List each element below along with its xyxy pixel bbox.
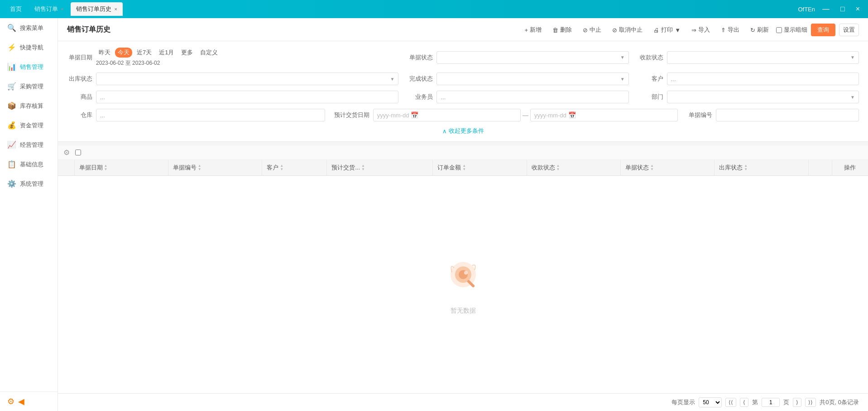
customer-dots: ... [671,76,676,82]
th-stock-status[interactable]: 出库状态 ▲▼ [715,160,808,176]
date-btn-1month[interactable]: 近1月 [156,48,177,58]
select-all-checkbox[interactable] [75,150,81,155]
print-button[interactable]: 🖨 打印 ▼ [650,24,684,36]
tab-sales-order-history[interactable]: 销售订单历史 × [71,2,122,16]
operation-mgmt-icon: 📈 [7,140,16,149]
empty-state-illustration [441,254,486,300]
th-checkbox [58,160,74,176]
delivery-date-from-input[interactable]: yyyy-mm-dd 📅 [373,109,521,121]
th-doc-status[interactable]: 单据状态 ▲▼ [620,160,714,176]
dept-label: 部门 [638,93,663,101]
sort-arrows-doc-date: ▲▼ [104,164,108,171]
export-button[interactable]: ⇑ 导出 [717,24,743,36]
close-window-button[interactable]: × [852,3,863,15]
cancel-stop-button[interactable]: ⊘ 取消中止 [609,24,646,36]
minimize-button[interactable]: — [819,3,833,15]
tab-sales-order-close[interactable]: × [61,6,63,12]
stop-button[interactable]: ⊘ 中止 [579,24,605,36]
warehouse-dots: ... [100,112,105,119]
tab-home[interactable]: 首页 [5,2,27,16]
print-icon: 🖨 [653,27,659,34]
page-number-input[interactable] [762,398,780,407]
salesperson-input[interactable]: ... [436,91,628,103]
th-order-amount[interactable]: 订单金额 ▲▼ [433,160,527,176]
export-icon: ⇑ [721,27,726,34]
filter-field-warehouse: 仓库 ... [67,109,325,121]
sidebar-item-operation-mgmt[interactable]: 📈 经营管理 [0,135,58,155]
filter-row-3: 商品 ... 业务员 ... 部门 ▼ [67,91,859,103]
sidebar-item-quick-nav[interactable]: ⚡ 快捷导航 [0,38,58,57]
doc-no-input[interactable] [716,109,859,121]
date-btn-today[interactable]: 今天 [115,48,132,58]
doc-status-select[interactable]: ▼ [436,51,628,64]
refresh-button[interactable]: ↻ 刷新 [747,24,772,36]
next-page-button[interactable]: ⟩ [793,398,801,407]
delete-button[interactable]: 🗑 删除 [549,24,575,36]
collapse-up-icon: ∧ [442,128,447,135]
complete-status-label: 完成状态 [408,75,433,83]
th-doc-date-label: 单据日期 [79,164,103,172]
date-btn-7days[interactable]: 近7天 [134,48,154,58]
receipt-status-select[interactable]: ▼ [667,51,859,64]
sort-arrows-customer: ▲▼ [280,164,283,171]
toolbar: + 新增 🗑 删除 ⊘ 中止 ⊘ 取消中止 🖨 打印 [521,24,859,41]
collapse-row[interactable]: ∧ 收起更多条件 [67,127,859,135]
warehouse-label: 仓库 [67,111,92,119]
first-page-button[interactable]: ⟨⟨ [725,398,736,407]
dept-select[interactable]: ▼ [667,91,859,103]
last-page-button[interactable]: ⟩⟩ [805,398,816,407]
sidebar-item-purchase-mgmt[interactable]: 🛒 采购管理 [0,77,58,96]
sidebar-settings-icon[interactable]: ⚙ [7,396,14,406]
window-controls: OfTEn — □ × [798,3,863,15]
prev-page-button[interactable]: ⟨ [740,398,748,407]
stock-status-select[interactable]: ▼ [96,73,398,85]
import-button[interactable]: ⇒ 导入 [688,24,714,36]
th-delivery-date[interactable]: 预计交货... ▲▼ [327,160,433,176]
sidebar-item-basic-info[interactable]: 📋 基础信息 [0,155,58,174]
sidebar-item-inventory-check[interactable]: 📦 库存核算 [0,96,58,116]
th-receipt-status-label: 收款状态 [532,164,555,172]
sidebar-item-system-mgmt[interactable]: ⚙️ 系统管理 [0,174,58,193]
maximize-button[interactable]: □ [837,3,849,15]
th-customer[interactable]: 客户 ▲▼ [262,160,327,176]
stock-status-label: 出库状态 [67,75,92,83]
th-spacer [808,160,832,176]
warehouse-input[interactable]: ... [96,109,325,121]
customer-label: 客户 [638,75,663,83]
refresh-icon: ↻ [750,27,755,34]
settings-button[interactable]: 设置 [839,24,859,36]
date-btn-custom[interactable]: 自定义 [197,48,221,58]
calendar-to-icon: 📅 [568,111,576,119]
th-actions: 操作 [832,160,868,176]
complete-status-select[interactable]: ▼ [436,73,628,85]
tab-sales-order-history-close[interactable]: × [114,6,117,12]
goods-input[interactable]: ... [96,91,398,103]
doc-no-label: 单据编号 [687,111,712,119]
display-cols-label: 显示暗细 [784,26,807,34]
th-customer-label: 客户 [267,164,278,172]
tab-sales-order[interactable]: 销售订单 × [29,2,69,16]
delivery-date-to-placeholder: yyyy-mm-dd [534,112,566,119]
th-doc-no[interactable]: 单据编号 ▲▼ [168,160,262,176]
customer-input[interactable]: ... [667,73,859,85]
query-button[interactable]: 查询 [811,24,835,36]
new-button[interactable]: + 新增 [521,24,546,36]
th-receipt-status[interactable]: 收款状态 ▲▼ [527,160,620,176]
export-label: 导出 [728,26,739,34]
goods-dots: ... [100,94,105,101]
date-btn-yesterday[interactable]: 昨天 [96,48,113,58]
stock-status-arrow: ▼ [390,77,395,82]
date-btn-more[interactable]: 更多 [178,48,196,58]
th-doc-date[interactable]: 单据日期 ▲▼ [74,160,168,176]
sidebar-item-search-menu[interactable]: 🔍 搜索菜单 [0,18,58,38]
delivery-date-to-input[interactable]: yyyy-mm-dd 📅 [530,109,678,121]
table-settings-icon[interactable]: ⚙ [63,148,70,157]
sidebar-collapse-icon[interactable]: ◀ [18,396,24,406]
sidebar-item-fund-mgmt[interactable]: 💰 资金管理 [0,116,58,135]
display-cols-checkbox[interactable] [776,27,782,33]
sidebar-item-sales-mgmt[interactable]: 📊 销售管理 [0,57,58,77]
import-label: 导入 [698,26,710,34]
complete-status-arrow: ▼ [620,77,625,82]
sort-arrows-order-amount: ▲▼ [462,164,466,171]
per-page-select[interactable]: 50 10 20 100 [699,397,722,407]
